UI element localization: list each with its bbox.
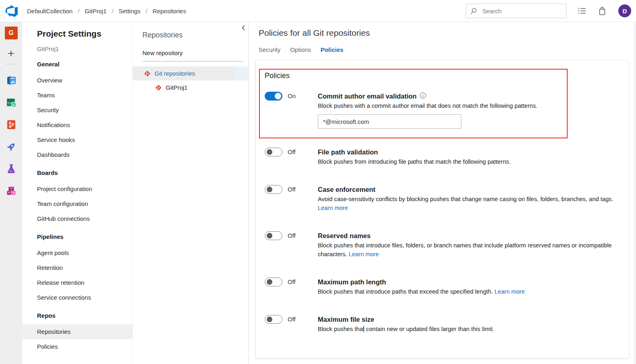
toggle-state-label: Off: [288, 314, 296, 325]
search-box[interactable]: [466, 4, 566, 18]
tab-bar: SecurityOptionsPolicies: [259, 46, 636, 53]
project-name-label: GitProj1: [37, 45, 132, 53]
git-repo-icon: [155, 84, 162, 91]
sidebar-item-policies[interactable]: Policies: [22, 339, 132, 354]
policy-toggle[interactable]: [265, 148, 282, 156]
breadcrumb-item-settings[interactable]: Settings: [119, 8, 140, 14]
sidebar-item-overview[interactable]: Overview: [22, 73, 132, 88]
azure-devops-logo-icon[interactable]: [6, 5, 18, 17]
breadcrumb-separator: /: [146, 8, 147, 14]
tab-policies[interactable]: Policies: [321, 46, 344, 53]
panel-divider: [142, 61, 243, 62]
sidebar-item-team-configuration[interactable]: Team configuration: [22, 196, 132, 211]
policy-row: OnCommit author email validationiBlock p…: [265, 91, 629, 129]
tab-options[interactable]: Options: [290, 46, 311, 53]
plus-icon[interactable]: +: [8, 47, 14, 60]
tab-security[interactable]: Security: [259, 46, 280, 53]
project-settings-sidebar: Project Settings GitProj1 GeneralOvervie…: [22, 22, 133, 364]
breadcrumb-separator: /: [78, 8, 79, 14]
policy-row: OffCase enforcementAvoid case-sensitivit…: [265, 184, 629, 212]
policy-toggle[interactable]: [265, 185, 282, 194]
task-list-icon[interactable]: [577, 7, 586, 15]
learn-more-link[interactable]: Learn more: [318, 205, 348, 211]
sidebar-item-release-retention[interactable]: Release retention: [22, 275, 132, 290]
sidebar-item-security[interactable]: Security: [22, 103, 132, 117]
policy-title: Maximum path length: [318, 277, 615, 287]
policy-row: OffFile path validationBlock pushes from…: [265, 147, 629, 166]
content-title: Policies for all Git repositories: [259, 28, 636, 38]
toggle-state-label: Off: [288, 184, 296, 195]
repo-tree: Git repositoriesGitProj1: [133, 66, 248, 95]
policy-description: Block pushes that introduce paths that e…: [318, 287, 615, 296]
sidebar-item-project-configuration[interactable]: Project configuration: [22, 181, 132, 196]
repos-icon[interactable]: [5, 119, 17, 131]
breadcrumb: DefaultCollection/GitProj1/Settings/Repo…: [27, 8, 186, 14]
sidebar-item-teams[interactable]: Teams: [22, 88, 132, 103]
policy-title: Case enforcement: [318, 184, 615, 195]
tree-item-label: GitProj1: [166, 84, 187, 91]
search-input[interactable]: [482, 7, 552, 15]
sidebar-item-service-connections[interactable]: Service connections: [22, 290, 132, 305]
policy-title: File path validation: [318, 147, 615, 157]
policy-description: Block pushes that contain new or updated…: [318, 325, 615, 333]
nav-section-pipelines: Pipelines: [37, 233, 132, 242]
breadcrumb-item-repositories[interactable]: Repositories: [152, 8, 186, 14]
policy-toggle[interactable]: [265, 92, 282, 101]
boards-icon[interactable]: [5, 97, 17, 109]
nav-section-repos: Repos: [37, 312, 132, 321]
policy-toggle[interactable]: [265, 315, 282, 324]
git-repo-icon: [144, 70, 150, 77]
sidebar-item-retention[interactable]: Retention: [22, 260, 132, 275]
policy-toggle[interactable]: [265, 231, 282, 240]
card-heading: Policies: [265, 72, 629, 81]
test-plans-icon[interactable]: [5, 163, 17, 175]
new-repository-button[interactable]: New repository: [142, 49, 183, 56]
overview-icon[interactable]: [5, 74, 17, 86]
tree-item-git-repositories[interactable]: Git repositories: [133, 66, 248, 80]
toggle-state-label: Off: [288, 230, 296, 241]
main-content: Policies for all Git repositories Securi…: [249, 22, 636, 364]
toggle-knob: [267, 149, 272, 155]
scrollbar-track[interactable]: [634, 22, 636, 364]
sidebar-item-repositories[interactable]: Repositories: [22, 324, 132, 339]
sidebar-item-service-hooks[interactable]: Service hooks: [22, 132, 132, 147]
policy-toggle[interactable]: [265, 278, 282, 286]
left-rail: G +: [0, 22, 22, 364]
toggle-knob: [267, 187, 272, 192]
project-avatar[interactable]: G: [5, 27, 18, 39]
artifacts-icon[interactable]: [5, 185, 17, 197]
sidebar-item-github-connections[interactable]: GitHub connections: [22, 211, 132, 226]
email-pattern-input[interactable]: [318, 114, 461, 129]
policy-description: Block pushes with a commit author email …: [318, 101, 615, 110]
pipelines-icon[interactable]: [5, 141, 17, 153]
panel-title: Repositories: [142, 31, 248, 39]
chevron-left-icon[interactable]: [241, 25, 245, 31]
repositories-panel: Repositories New repository Git reposito…: [133, 22, 249, 364]
breadcrumb-item-gitproj1[interactable]: GitProj1: [85, 8, 107, 14]
page-title: Project Settings: [37, 29, 132, 40]
tree-item-gitproj1[interactable]: GitProj1: [133, 80, 248, 95]
toggle-state-label: Off: [288, 147, 296, 157]
breadcrumb-item-defaultcollection[interactable]: DefaultCollection: [27, 8, 72, 14]
rail-divider: [5, 64, 17, 64]
sidebar-item-notifications[interactable]: Notifications: [22, 117, 132, 132]
toggle-state-label: Off: [288, 277, 296, 287]
search-icon: [470, 8, 477, 14]
toggle-state-label: On: [288, 91, 296, 101]
nav-section-general: General: [37, 61, 132, 69]
policy-description: Block pushes from introducing file paths…: [318, 157, 615, 166]
sidebar-item-agent-pools[interactable]: Agent pools: [22, 245, 132, 260]
marketplace-bag-icon[interactable]: [598, 6, 606, 15]
sidebar-item-dashboards[interactable]: Dashboards: [22, 147, 132, 162]
toggle-knob: [267, 233, 272, 239]
tree-item-label: Git repositories: [154, 70, 195, 77]
learn-more-link[interactable]: Learn more: [494, 288, 525, 295]
policy-row: OffReserved namesBlock pushes that intro…: [265, 230, 629, 259]
info-icon[interactable]: i: [420, 93, 426, 99]
user-avatar[interactable]: D: [618, 4, 631, 17]
toggle-knob: [267, 279, 272, 285]
policy-description: Block pushes that introduce files, folde…: [318, 241, 615, 259]
top-header: DefaultCollection/GitProj1/Settings/Repo…: [0, 0, 636, 22]
learn-more-link[interactable]: Learn more: [349, 251, 379, 257]
selected-text: t: [363, 326, 364, 332]
